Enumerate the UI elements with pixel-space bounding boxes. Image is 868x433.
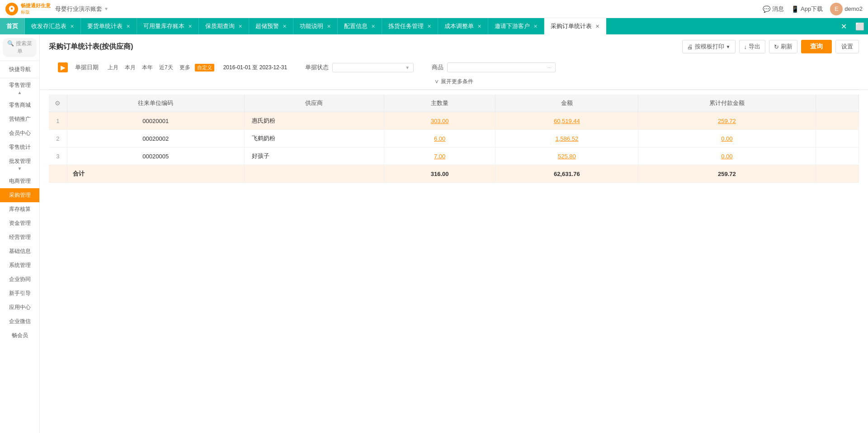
- tab-peizhi[interactable]: 配置信息 ✕: [338, 18, 382, 34]
- chevron-down-icon: ▼: [405, 65, 410, 70]
- tab-chengbentiaozhen[interactable]: 成本调整单 ✕: [438, 18, 488, 34]
- col-amount: 金额: [495, 95, 638, 112]
- tab-close-icon[interactable]: ✕: [283, 24, 287, 29]
- expand-more-button[interactable]: ∨ 展开更多条件: [434, 78, 473, 85]
- settings-icon[interactable]: ⚙: [55, 100, 61, 107]
- sidebar-item-qiyeweixin[interactable]: 企业微信: [0, 314, 39, 328]
- settings-button[interactable]: 设置: [835, 40, 859, 53]
- page-actions: 🖨 按模板打印 ▼ ↓ 导出 ↻ 刷新 查询 设置: [682, 40, 859, 53]
- user-menu[interactable]: E demo2: [830, 3, 863, 15]
- printer-icon: 🖨: [687, 43, 693, 50]
- tab-close-icon[interactable]: ✕: [533, 24, 538, 29]
- cell-paid[interactable]: 0.00: [638, 148, 816, 165]
- refresh-button[interactable]: ↻ 刷新: [769, 40, 797, 53]
- cell-quantity[interactable]: 303.00: [384, 112, 495, 130]
- date-7days[interactable]: 近7天: [157, 63, 175, 72]
- search-icon: 🔍: [7, 40, 15, 47]
- date-more[interactable]: 更多: [178, 63, 192, 72]
- sidebar: 🔍 搜索菜单 快捷导航 零售管理 ▲ 零售商城 营销推广 会员中心 零售统计: [0, 34, 40, 433]
- workspace-selector[interactable]: 母婴行业演示账套 ▼: [55, 5, 108, 13]
- cell-code: 00020005: [67, 148, 245, 165]
- sidebar-item-huiyuanzhongxin[interactable]: 会员中心: [0, 126, 39, 140]
- tab-yaohuodanjitong[interactable]: 要货单统计表 ✕: [81, 18, 137, 34]
- maximize-button[interactable]: ⬜: [852, 18, 868, 34]
- cell-quantity[interactable]: 6.00: [384, 130, 495, 148]
- tab-close-icon[interactable]: ✕: [371, 24, 375, 29]
- table-row[interactable]: 3 00020005 好孩子 7.00 525.80 0.00: [49, 148, 859, 165]
- tab-paihuorenwu[interactable]: 拣货任务管理 ✕: [382, 18, 438, 34]
- sidebar-items: 零售管理 ▲ 零售商城 营销推广 会员中心 零售统计 批发管理 ▼ 电商管理: [0, 78, 39, 343]
- sidebar-item-dianshangguan[interactable]: 电商管理: [0, 174, 39, 188]
- cell-amount[interactable]: 525.80: [495, 148, 638, 165]
- top-bar-left: 畅捷通好生意 标版 母婴行业演示账套 ▼: [5, 2, 108, 15]
- tab-yaoqing[interactable]: 邀请下游客户 ✕: [488, 18, 544, 34]
- tab-shoufahuizong[interactable]: 收发存汇总表 ✕: [25, 18, 81, 34]
- col-supplier: 供应商: [245, 95, 384, 112]
- tab-close-icon[interactable]: ✕: [188, 24, 192, 29]
- tab-close-icon[interactable]: ✕: [477, 24, 481, 29]
- tab-chaochuyujing[interactable]: 超储预警 ✕: [249, 18, 293, 34]
- tab-baoquxianchaxun[interactable]: 保质期查询 ✕: [199, 18, 249, 34]
- sidebar-item-yingxiaotuiguang[interactable]: 营销推广: [0, 112, 39, 126]
- tab-close-icon[interactable]: ✕: [595, 24, 599, 29]
- tab-gongnengshuo[interactable]: 功能说明 ✕: [293, 18, 338, 34]
- sidebar-item-jichuxinxi[interactable]: 基础信息: [0, 244, 39, 258]
- date-last-month[interactable]: 上月: [106, 63, 120, 72]
- cell-paid[interactable]: 0.00: [638, 130, 816, 148]
- filter-toggle-button[interactable]: ▶: [58, 62, 68, 72]
- sidebar-item-kuaijiedaohang[interactable]: 快捷导航: [0, 63, 39, 76]
- print-button[interactable]: 🖨 按模板打印 ▼: [682, 40, 736, 53]
- date-this-month[interactable]: 本月: [123, 63, 137, 72]
- sidebar-item-lingshoutongji[interactable]: 零售统计: [0, 140, 39, 154]
- sidebar-item-pifaguanli[interactable]: 批发管理 ▼: [0, 154, 39, 174]
- tab-close-icon[interactable]: ✕: [126, 24, 130, 29]
- export-button[interactable]: ↓ 导出: [739, 40, 766, 53]
- sidebar-item-caigouguan[interactable]: 采购管理: [0, 188, 39, 202]
- tab-keyongliang[interactable]: 可用量库存账本 ✕: [137, 18, 199, 34]
- goods-input[interactable]: ···: [447, 62, 556, 72]
- svg-point-0: [11, 7, 13, 10]
- sidebar-item-kucunhejiao[interactable]: 库存核算: [0, 202, 39, 216]
- sidebar-item-jingyingguanli[interactable]: 经营管理: [0, 230, 39, 244]
- tab-home[interactable]: 首页: [0, 18, 25, 34]
- cell-supplier: 好孩子: [245, 148, 384, 165]
- tab-close-icon[interactable]: ✕: [238, 24, 242, 29]
- tab-caigoudingdantongji[interactable]: 采购订单统计表 ✕: [544, 18, 606, 34]
- col-settings: ⚙: [49, 95, 67, 112]
- table-footer-row: 合计 316.00 62,631.76 259.72: [49, 165, 859, 183]
- chevron-down-icon: ▼: [18, 166, 22, 171]
- tab-close-icon[interactable]: ✕: [327, 24, 331, 29]
- table-row[interactable]: 2 00020002 飞鹤奶粉 6.00 1,586.52 0.00: [49, 130, 859, 148]
- footer-amount: 62,631.76: [495, 165, 638, 183]
- cell-empty: [816, 130, 859, 148]
- app-download-button[interactable]: 📱 App下载: [791, 5, 823, 13]
- sidebar-item-xitongguanli[interactable]: 系统管理: [0, 258, 39, 272]
- sidebar-item-lingshoushangheng[interactable]: 零售商城: [0, 98, 39, 112]
- query-button[interactable]: 查询: [801, 40, 832, 53]
- status-select[interactable]: ▼: [332, 63, 414, 72]
- search-menu-button[interactable]: 🔍 搜索菜单: [3, 38, 37, 57]
- sidebar-item-changhui[interactable]: 畅会员: [0, 328, 39, 343]
- table-row[interactable]: 1 00020001 惠氏奶粉 303.00 60,519.44 259.72: [49, 112, 859, 130]
- cell-amount[interactable]: 60,519.44: [495, 112, 638, 130]
- cell-code: 00020001: [67, 112, 245, 130]
- sidebar-item-zijinguanli[interactable]: 资金管理: [0, 216, 39, 230]
- messages-button[interactable]: 💬 消息: [763, 5, 784, 13]
- cell-paid[interactable]: 259.72: [638, 112, 816, 130]
- cell-amount[interactable]: 1,586.52: [495, 130, 638, 148]
- col-quantity: 主数量: [384, 95, 495, 112]
- date-this-year[interactable]: 本年: [140, 63, 155, 72]
- tab-close-icon[interactable]: ✕: [70, 24, 74, 29]
- sidebar-item-xinshouyindao[interactable]: 新手引导: [0, 286, 39, 300]
- goods-filter: 商品 ···: [432, 62, 556, 72]
- sidebar-item-qiyexietong[interactable]: 企业协同: [0, 272, 39, 286]
- cell-empty: [816, 148, 859, 165]
- chevron-down-icon: ▲: [18, 90, 22, 95]
- sidebar-item-lingshouguan[interactable]: 零售管理 ▲: [0, 78, 39, 98]
- table-wrapper: ⚙ 往来单位编码 供应商 主数量: [40, 90, 868, 433]
- tab-close-icon[interactable]: ✕: [427, 24, 431, 29]
- logo-icon: [5, 3, 18, 15]
- cell-quantity[interactable]: 7.00: [384, 148, 495, 165]
- sidebar-item-yingyongzhongxin[interactable]: 应用中心: [0, 300, 39, 314]
- close-tab-button[interactable]: ✕: [835, 18, 852, 34]
